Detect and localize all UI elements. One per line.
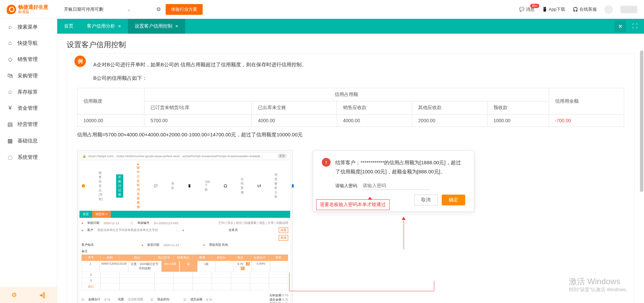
mock-remark: 备注 — [81, 249, 88, 254]
close-icon[interactable]: ✕ — [175, 24, 178, 29]
search-icon: ⌕ — [7, 24, 13, 30]
promo-button[interactable]: 体验行业方案 — [166, 4, 203, 15]
settings-icon[interactable]: ⚙ — [11, 291, 17, 299]
mock-col-seq: 序号 — [81, 255, 101, 261]
gear-icon[interactable]: ⚙ — [156, 6, 161, 12]
sidebar-item-basedata[interactable]: ▦基础信息 — [0, 133, 57, 149]
mock-col-barcode: 条码 — [101, 255, 120, 261]
mock-col-amt: 价税合计 — [250, 255, 269, 261]
ok-button[interactable]: 确定 — [442, 195, 465, 205]
mock-cash-lbl: 现金折扣 — [157, 297, 169, 302]
sidebar-footer: ⚙ ◂ǁ — [0, 287, 57, 303]
mock-sum-lbl: 金额合计 — [88, 297, 100, 302]
topbar-right: 💬 消息 99+ 📱 App下载 🎧 在线客服 — [519, 5, 637, 14]
td-credit-limit: 10000.00 — [77, 114, 144, 127]
grid-icon: ▦ — [7, 137, 13, 144]
mock-header-btn: 开账日记账 — [116, 174, 123, 198]
app-download-button[interactable]: 📱 App下载 — [542, 6, 565, 12]
mock-bizperson: 业务员 — [229, 228, 238, 232]
mock-col-stock: 库存 — [269, 255, 288, 261]
sidebar: ⌕搜索菜单 ⌂快捷导航 ◇销售管理 🛍采购管理 ⌂库存核算 ¥资金管理 ▤经营管… — [0, 19, 57, 303]
mock-app: App下载 — [205, 180, 210, 192]
mock-row-price: 9.70 — [236, 261, 245, 267]
mock-docno-val: SA-20201113-003 — [154, 222, 178, 225]
th-sales-receivable: 销售应收款 — [337, 101, 412, 114]
page-title: 设置客户信用控制 — [57, 34, 644, 53]
sidebar-item-search[interactable]: ⌕搜索菜单 — [0, 19, 57, 35]
mock-deal-val: 9.70 — [206, 298, 212, 301]
sidebar-item-label: 快捷导航 — [18, 40, 38, 46]
dialog-wrap: ! 结算客户：************的信用占用额为[1888.00元]，超过了… — [313, 150, 624, 303]
tab-credit-analysis[interactable]: 客户信用分析✕ — [80, 19, 128, 34]
warehouse-icon: ⌂ — [7, 89, 13, 95]
mock-connector-v — [289, 272, 290, 291]
circle-icon: ◌ — [7, 154, 13, 161]
brand-name: 畅捷通好生意 — [18, 4, 48, 9]
td-sales-receivable: 4000.00 — [337, 114, 412, 127]
sidebar-item-label: 系统管理 — [18, 154, 38, 161]
close-icon[interactable]: ✕ — [118, 24, 121, 29]
account-date-label: 开账日期可停用可删 — [64, 6, 103, 12]
content-scroll[interactable]: 例 A企对B公司进行开单时，如果B公司的 信用占用额超过了信用额度，则在保存时进… — [57, 53, 644, 303]
mock-shipdate-lbl: 发货日期 — [147, 243, 159, 247]
messages-button[interactable]: 💬 消息 99+ — [519, 6, 535, 12]
th-credit-limit: 信用额度 — [77, 88, 144, 114]
mock-col-qty: 数量 — [193, 255, 212, 261]
phone-icon: 📱 — [542, 7, 547, 12]
account-date-select[interactable]: 开账日期可停用可删 ⌄ — [64, 6, 151, 12]
mock-date-val: 2020-11-13 — [103, 222, 119, 225]
callout-connector — [404, 219, 404, 249]
sidebar-item-quicknav[interactable]: ⌂快捷导航 — [0, 35, 57, 51]
desc-line-1: A企对B公司进行开单时，如果B公司的 信用占用额超过了信用额度，则在保存时进行信… — [93, 60, 624, 70]
sidebar-item-purchase[interactable]: 🛍采购管理 — [0, 68, 57, 84]
collapse-icon[interactable]: ◂ǁ — [39, 291, 45, 299]
tab-credit-control[interactable]: 设置客户信用控制✕ — [128, 19, 185, 34]
password-input[interactable] — [362, 181, 429, 190]
scrollbar-thumb[interactable] — [640, 50, 643, 192]
sidebar-item-label: 基础信息 — [18, 138, 38, 144]
mock-r-sale: 实销金额 — [269, 294, 281, 297]
sidebar-item-label: 搜索菜单 — [18, 24, 38, 30]
online-service-label: 在线客服 — [579, 6, 597, 12]
sidebar-item-inventory[interactable]: ⌂库存核算 — [0, 84, 57, 100]
mock-discount-ph: 元后折优惠 — [128, 297, 143, 302]
tab-close-all-button[interactable]: ✕ — [614, 21, 626, 32]
mock-header-title: 输复杂货品 [失效] — [99, 171, 103, 201]
mock-row-disc: 0.00% — [252, 261, 270, 272]
illustration-row: 🔒cloud.chanjet.com/…/index.html#/voucher… — [77, 150, 624, 303]
sidebar-item-business[interactable]: ▤经营管理 — [0, 116, 57, 133]
online-service-button[interactable]: 🎧 在线客服 — [573, 6, 597, 12]
example-badge-label: 例 — [74, 56, 86, 67]
mock-deal-lbl: 成交金额 — [190, 297, 202, 302]
avatar[interactable] — [604, 5, 613, 14]
sidebar-item-system[interactable]: ◌系统管理 — [0, 149, 57, 166]
content-panel: 例 A企对B公司进行开单时，如果B公司的 信用占用额超过了信用额度，则在保存时进… — [67, 53, 635, 303]
tab-fullscreen-button[interactable]: ⛶ — [629, 21, 641, 32]
mock-col-spec: 商品型号 — [155, 255, 174, 261]
mock-row-unit: 盒 — [179, 261, 198, 272]
td-ordered-unship: 5700.00 — [144, 114, 252, 127]
sidebar-item-label: 销售管理 — [18, 56, 38, 63]
password-label: 请输入密码 — [335, 183, 357, 189]
td-other-receivable: 2000.00 — [412, 114, 487, 127]
tab-label: 客户信用分析 — [87, 23, 115, 29]
sidebar-item-label: 资金管理 — [18, 105, 38, 111]
sidebar-item-funds[interactable]: ¥资金管理 — [0, 100, 57, 116]
sidebar-item-sales[interactable]: ◇销售管理 — [0, 51, 57, 68]
mock-col-price: 售价 — [231, 255, 250, 261]
th-shipped-unpost: 已出库未立账 — [252, 101, 337, 114]
cancel-button[interactable]: 取消 — [414, 195, 438, 205]
mock-tab-home: 首页 — [79, 211, 92, 218]
chevron-down-icon: ⌄ — [127, 7, 131, 12]
mock-cust-lbl: 客户 — [87, 228, 93, 232]
mock-msg: 消息 — [171, 181, 174, 190]
warning-icon: ! — [322, 158, 331, 167]
mock-r-val1: 9.70 — [282, 294, 288, 297]
mock-connector-v2 — [434, 281, 434, 291]
mock-col-goods: 商品 — [120, 255, 155, 261]
messages-badge: 99+ — [530, 4, 539, 8]
mock-custphone: 客户电话 — [81, 243, 94, 247]
mock-toolbar: 打印 | 导出 | 短信 | 快捷搜索 | 消息 | 分享 | 功能说明 — [219, 221, 288, 225]
tab-home[interactable]: 首页 — [57, 19, 80, 34]
mock-url: cloud.chanjet.com/…/index.html#/voucher-… — [88, 155, 263, 158]
